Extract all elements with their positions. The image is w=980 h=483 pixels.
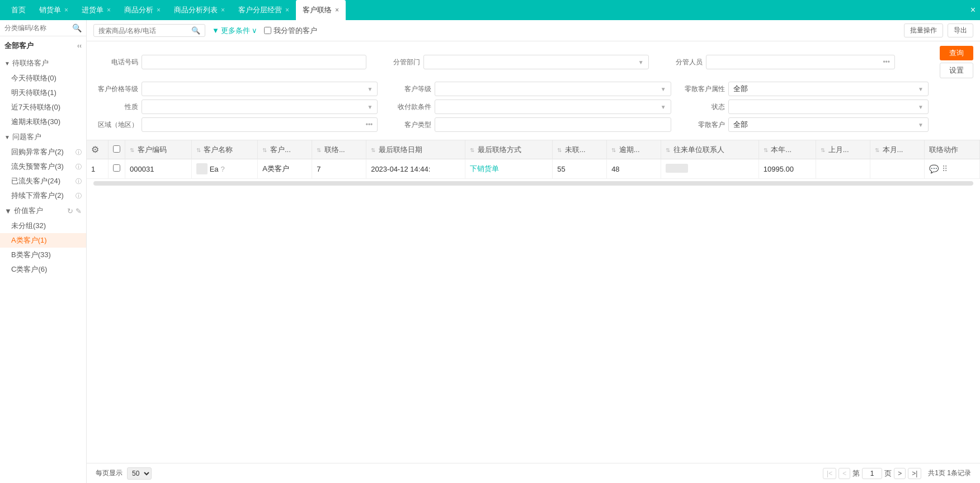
- customer-level-label: 客户等级: [387, 84, 431, 94]
- batch-ops-button[interactable]: 批量操作: [904, 23, 943, 37]
- close-customer-contact-tab[interactable]: ×: [335, 6, 339, 14]
- sidebar-section-problem[interactable]: ▼ 问题客户: [0, 129, 86, 145]
- query-button[interactable]: 查询: [940, 46, 973, 60]
- sidebar-item-churn-warning[interactable]: 流失预警客户(3) ⓘ: [0, 159, 86, 174]
- adv-filter-row1: 电话号码 分管部门 ▼ 分管人员 ••• 查询 设置: [93, 46, 973, 78]
- close-product-analysis-tab[interactable]: ×: [157, 6, 161, 14]
- adv-field-region: 区域（地区） •••: [93, 117, 387, 132]
- close-product-analysis-list-tab[interactable]: ×: [221, 6, 225, 14]
- nature-select[interactable]: ▼: [142, 100, 378, 114]
- nav-tab-customer-segment[interactable]: 客户分层经营 ×: [232, 0, 296, 20]
- nav-tab-product-analysis-list[interactable]: 商品分析列表 ×: [167, 0, 232, 20]
- nav-tab-purchase[interactable]: 进货单 ×: [75, 0, 117, 20]
- dept-select[interactable]: ▼: [423, 55, 648, 69]
- retail-customer-select[interactable]: 全部▼: [728, 117, 929, 132]
- sidebar-item-overdue[interactable]: 逾期未联络(30): [0, 115, 86, 129]
- my-customers-check[interactable]: [264, 27, 271, 34]
- nav-tab-sales[interactable]: 销货单 ×: [32, 0, 75, 20]
- customer-type-input[interactable]: [435, 117, 671, 132]
- row-this-month-amount: [870, 159, 924, 179]
- per-page-label: 每页显示: [96, 468, 123, 478]
- chevron-down-icon: ∨: [252, 26, 257, 35]
- page-end-text: 页: [884, 468, 892, 479]
- close-customer-segment-tab[interactable]: ×: [285, 6, 289, 14]
- filter-icon: ▼: [212, 26, 219, 35]
- row-checkbox[interactable]: [113, 164, 120, 172]
- row-not-contacted: 55: [553, 159, 607, 179]
- sidebar-search-icon[interactable]: 🔍: [72, 23, 82, 32]
- my-customers-checkbox[interactable]: 我分管的客户: [264, 26, 317, 36]
- select-all-checkbox[interactable]: [113, 145, 120, 153]
- sidebar-item-today[interactable]: 今天待联络(0): [0, 71, 86, 86]
- sidebar-item-ungrouped[interactable]: 未分组(32): [0, 219, 86, 233]
- action-icons: 💬 ⠿: [929, 164, 975, 173]
- sidebar-item-7days[interactable]: 近7天待联络(0): [0, 100, 86, 115]
- adv-filter-row4: 区域（地区） ••• 客户类型 零散客户 全部▼: [93, 117, 973, 132]
- gear-icon[interactable]: ⚙: [91, 145, 99, 154]
- sidebar-search-input[interactable]: [4, 24, 72, 32]
- sidebar-item-repurchase-abnormal[interactable]: 回购异常客户(2) ⓘ: [0, 145, 86, 159]
- manager-input[interactable]: •••: [706, 55, 895, 69]
- dept-arrow-icon: ▼: [638, 59, 644, 65]
- adv-filter-row2: 客户价格等级 ▼ 客户等级 ▼ 零散客户属性 全部▼: [93, 82, 973, 96]
- sidebar-item-churned[interactable]: 已流失客户(24) ⓘ: [0, 174, 86, 188]
- refresh-icon[interactable]: ↻: [67, 207, 73, 215]
- last-page-button[interactable]: >|: [908, 468, 921, 479]
- chat-icon[interactable]: 💬: [929, 164, 939, 173]
- first-page-button[interactable]: |<: [823, 468, 836, 479]
- sidebar-section-pending[interactable]: ▼ 待联络客户: [0, 55, 86, 71]
- nav-home[interactable]: 首页: [4, 0, 32, 20]
- nav-tab-product-analysis[interactable]: 商品分析 ×: [117, 0, 167, 20]
- adv-field-retail-customer: 零散客户 全部▼: [680, 117, 973, 132]
- sidebar-item-declining[interactable]: 持续下滑客户(2) ⓘ: [0, 188, 86, 203]
- close-sales-tab[interactable]: ×: [64, 6, 68, 14]
- retail-attr-select[interactable]: 全部▼: [728, 82, 929, 96]
- payment-select[interactable]: ▼: [435, 100, 671, 114]
- edit-icon[interactable]: ✎: [76, 207, 82, 215]
- row-customer-type: A类客户: [258, 159, 312, 179]
- sidebar-item-a-class[interactable]: A类客户(1): [0, 233, 86, 248]
- triangle-icon: ▼: [4, 60, 10, 67]
- close-purchase-tab[interactable]: ×: [107, 6, 111, 14]
- sort-icon-method: ⇅: [470, 147, 474, 153]
- sort-icon-year: ⇅: [764, 147, 768, 153]
- more-icon[interactable]: ⠿: [942, 164, 948, 173]
- price-level-arrow: ▼: [367, 86, 373, 92]
- search-input[interactable]: [98, 27, 188, 35]
- next-page-button[interactable]: >: [894, 468, 906, 479]
- sidebar-collapse-icon[interactable]: ‹‹: [77, 42, 82, 50]
- adv-field-customer-type: 客户类型: [387, 117, 680, 132]
- sidebar-item-c-class[interactable]: C类客户(6): [0, 262, 86, 277]
- close-all-button[interactable]: ×: [970, 5, 976, 15]
- adv-field-phone: 电话号码: [93, 55, 375, 69]
- row-actions: 💬 ⠿: [924, 159, 979, 179]
- search-icon[interactable]: 🔍: [191, 26, 200, 35]
- customer-level-select[interactable]: ▼: [435, 82, 671, 96]
- region-input[interactable]: •••: [142, 117, 378, 132]
- info-icon-2: ⓘ: [76, 163, 82, 171]
- th-this-month-amount: ⇅ 本月...: [870, 140, 924, 159]
- payment-arrow: ▼: [661, 104, 666, 110]
- customer-name-text: Ea: [210, 165, 219, 173]
- prev-page-button[interactable]: <: [838, 468, 850, 479]
- triangle-icon-2: ▼: [4, 134, 10, 140]
- sort-icon-last-month: ⇅: [821, 147, 825, 153]
- horizontal-scrollbar[interactable]: [93, 181, 973, 186]
- price-level-select[interactable]: ▼: [142, 82, 378, 96]
- last-contact-method-link[interactable]: 下销货单: [470, 164, 499, 173]
- search-box[interactable]: 🔍: [93, 24, 205, 37]
- content-area: 🔍 ▼ 更多条件 ∨ 我分管的客户 批量操作 导出 电话号码: [87, 20, 980, 483]
- more-conditions-button[interactable]: ▼ 更多条件 ∨: [212, 26, 257, 36]
- nav-tab-customer-contact[interactable]: 客户联络 ×: [296, 0, 346, 20]
- per-page-select[interactable]: 50: [127, 467, 152, 480]
- export-button[interactable]: 导出: [948, 23, 973, 37]
- all-customers-header[interactable]: 全部客户 ‹‹: [0, 36, 86, 55]
- page-number-input[interactable]: [862, 468, 882, 479]
- settings-button[interactable]: 设置: [940, 63, 973, 78]
- row-name: Ea ?: [191, 159, 258, 179]
- row-overdue: 48: [607, 159, 661, 179]
- sidebar-item-tomorrow[interactable]: 明天待联络(1): [0, 86, 86, 100]
- sidebar-item-b-class[interactable]: B类客户(33): [0, 248, 86, 262]
- phone-input[interactable]: [142, 55, 366, 69]
- status-select[interactable]: ▼: [728, 100, 929, 114]
